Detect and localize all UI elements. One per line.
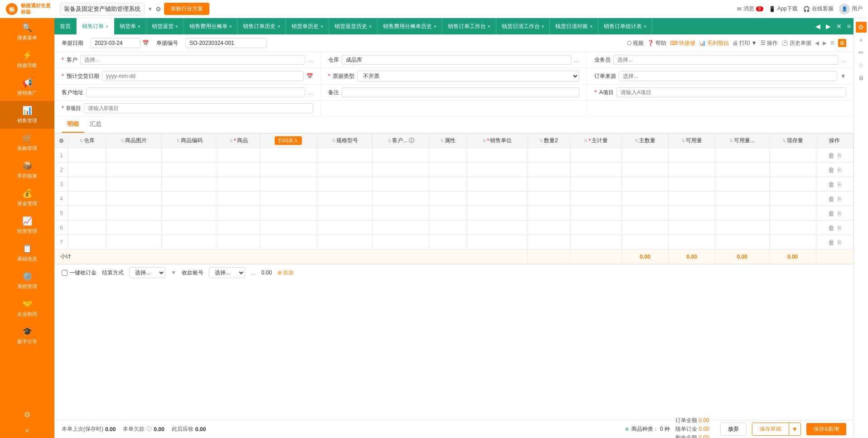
order-source-expand-icon[interactable]: ▼ xyxy=(840,72,846,80)
tab-close-icon[interactable]: × xyxy=(229,24,232,29)
order-no-input[interactable] xyxy=(185,38,267,48)
tab-close-icon[interactable]: × xyxy=(590,24,592,29)
sidebar-settings-icon[interactable]: ⚙ xyxy=(24,410,30,419)
save-new-btn[interactable]: 保存&新增 xyxy=(806,423,846,435)
col-qty2[interactable]: ⇅ 数量2 xyxy=(528,134,570,148)
sidebar-item-search[interactable]: 🔍 搜索菜单 xyxy=(0,18,54,46)
sidebar-collapse-icon[interactable]: « xyxy=(25,426,29,434)
col-unit[interactable]: ⇅ *销售单位 xyxy=(467,134,528,148)
col-spec[interactable]: ⇅ 规格型号 xyxy=(317,134,373,148)
sidebar-item-guide[interactable]: 🎓 新手引导 xyxy=(0,322,54,350)
print-btn[interactable]: 🖨 打印 ▼ xyxy=(732,39,757,47)
sidebar-item-inventory[interactable]: 📦 库存核算 xyxy=(0,156,54,184)
tab-close-icon[interactable]: × xyxy=(369,24,372,29)
sidebar-item-shortcut[interactable]: ⚡ 快捷导航 xyxy=(0,46,54,73)
tab-sales-slip[interactable]: 销货单 × xyxy=(114,18,146,34)
tab-close-icon[interactable]: × xyxy=(644,24,646,29)
user-btn[interactable]: 👤 用户 xyxy=(839,4,863,14)
tab-sales-slip-history[interactable]: 销货单历史 × xyxy=(286,18,329,34)
col-code[interactable]: ⇅ 商品编码 xyxy=(161,134,217,148)
tab-sales-fee-split[interactable]: 销售费用分摊单 × xyxy=(184,18,238,34)
salesperson-expand-icon[interactable]: ... xyxy=(841,56,846,63)
customer-input[interactable] xyxy=(80,55,305,65)
sidebar-item-finance[interactable]: 💰 资金管理 xyxy=(0,184,54,212)
save-draft-btn[interactable]: 保存草稿 xyxy=(752,423,789,435)
invoice-type-select[interactable]: 不开票 xyxy=(357,71,579,82)
warehouse-input[interactable] xyxy=(342,55,572,65)
address-expand-icon[interactable]: ... xyxy=(308,89,313,96)
row-copy-btn[interactable]: ⎘ xyxy=(837,194,842,203)
one-click-check[interactable] xyxy=(62,270,68,276)
nav-next-icon[interactable]: ▶ xyxy=(823,40,827,46)
chevron-down-icon[interactable]: ▼ xyxy=(147,6,153,12)
app-download-btn[interactable]: 📱 App下载 xyxy=(769,5,798,13)
tab-close-icon[interactable]: × xyxy=(277,24,280,29)
right-panel-settings-btn[interactable]: ⚙ xyxy=(856,22,867,33)
tab-home[interactable]: 首页 xyxy=(54,18,77,34)
save-draft-dropdown-btn[interactable]: ▼ xyxy=(789,423,800,435)
online-service-btn[interactable]: 🎧 在线客服 xyxy=(803,5,834,13)
col-settings[interactable]: ⚙ xyxy=(55,134,68,148)
date-input[interactable] xyxy=(91,38,141,48)
right-panel-plus-btn[interactable]: + xyxy=(856,34,867,45)
row-copy-btn[interactable]: ⎘ xyxy=(837,238,842,247)
message-btn[interactable]: ✉ 消息 9 xyxy=(737,5,763,13)
right-panel-star-btn[interactable]: ☆ xyxy=(856,60,867,71)
col-image[interactable]: ⇅ 商品图片 xyxy=(106,134,162,148)
tab-detail[interactable]: 明细 xyxy=(62,116,84,133)
col-available2[interactable]: ⇅ 可用量... xyxy=(715,134,769,148)
sidebar-item-basic[interactable]: 📋 基础信息 xyxy=(0,239,54,267)
account-expand-icon[interactable]: ... xyxy=(251,269,256,276)
tab-close-icon[interactable]: × xyxy=(106,24,108,29)
row-delete-btn[interactable]: 🗑 xyxy=(827,194,835,203)
profit-forecast-btn[interactable]: 📊 毛利预估 xyxy=(699,39,729,47)
col-scan[interactable]: 扫码录入 xyxy=(260,134,317,148)
history-btn[interactable]: 🕐 历史单据 xyxy=(781,39,811,47)
discard-btn[interactable]: 放弃 xyxy=(720,423,747,436)
sidebar-item-operations[interactable]: 📈 经营管理 xyxy=(0,212,54,239)
tab-close-icon[interactable]: × xyxy=(434,24,436,29)
tab-sales-order[interactable]: 销售订单 × xyxy=(77,18,114,34)
row-copy-btn[interactable]: ⎘ xyxy=(837,151,842,160)
tab-fee-history[interactable]: 销售费用分摊单历史 × xyxy=(378,18,442,34)
sidebar-item-purchase[interactable]: 🛒 采购管理 xyxy=(0,129,54,156)
col-main-qty[interactable]: ⇅ 主数量 xyxy=(622,134,669,148)
tab-prev-btn[interactable]: ◀ xyxy=(813,18,823,34)
row-delete-btn[interactable]: 🗑 xyxy=(827,165,835,174)
remark-input[interactable] xyxy=(342,87,580,97)
sidebar-item-system[interactable]: ⚙️ 系统管理 xyxy=(0,267,54,294)
tab-sales-workbench[interactable]: 销售订单工作台 × xyxy=(442,18,496,34)
row-delete-btn[interactable]: 🗑 xyxy=(827,209,835,218)
col-main-unit[interactable]: ⇅ *主计量 xyxy=(570,134,622,148)
col-name[interactable]: ⇅ *商品 xyxy=(217,134,260,148)
tab-sales-return[interactable]: 销货退货 × xyxy=(146,18,184,34)
nav-prev-icon[interactable]: ◀ xyxy=(815,40,819,46)
tab-menu-btn[interactable]: ≡ xyxy=(844,18,853,34)
payment-dropdown-icon[interactable]: ▼ xyxy=(171,270,176,276)
operation-btn[interactable]: ☰ 操作 xyxy=(761,39,778,47)
right-panel-edit-btn[interactable]: ✏ xyxy=(856,47,867,58)
sidebar-item-marketing[interactable]: 📢 营销推广 xyxy=(0,73,54,101)
tab-sales-order-history[interactable]: 销售订单历史 × xyxy=(238,18,286,34)
customer-address-input[interactable] xyxy=(86,87,305,97)
row-delete-btn[interactable]: 🗑 xyxy=(827,223,835,232)
scan-btn[interactable]: 扫码录入 xyxy=(275,136,302,145)
row-copy-btn[interactable]: ⎘ xyxy=(837,180,842,189)
warehouse-expand-icon[interactable]: ... xyxy=(574,56,580,63)
order-source-input[interactable] xyxy=(619,71,837,81)
tab-sales-stats[interactable]: 销售订单统计表 × xyxy=(598,18,652,34)
tab-close-icon[interactable]: × xyxy=(488,24,490,29)
col-customer-code[interactable]: ⇅ 客户... ⓘ xyxy=(373,134,429,148)
right-panel-monitor-btn[interactable]: 🖥 xyxy=(856,72,867,83)
col-available[interactable]: ⇅ 可用量 xyxy=(669,134,715,148)
delivery-date-input[interactable] xyxy=(102,71,304,81)
row-delete-btn[interactable]: 🗑 xyxy=(827,151,835,160)
shortcut-btn[interactable]: ⌨ 快捷键 xyxy=(670,39,695,47)
add-btn[interactable]: ⊕ 添加 xyxy=(277,269,294,277)
row-delete-btn[interactable]: 🗑 xyxy=(827,180,835,189)
list-view-icon[interactable]: ≡ xyxy=(830,39,834,47)
sidebar-item-enterprise[interactable]: 🤝 企业协同 xyxy=(0,294,54,322)
sidebar-item-sales[interactable]: 📊 销售管理 xyxy=(0,101,54,129)
project-a-input[interactable] xyxy=(616,87,846,97)
row-copy-btn[interactable]: ⎘ xyxy=(837,209,842,218)
